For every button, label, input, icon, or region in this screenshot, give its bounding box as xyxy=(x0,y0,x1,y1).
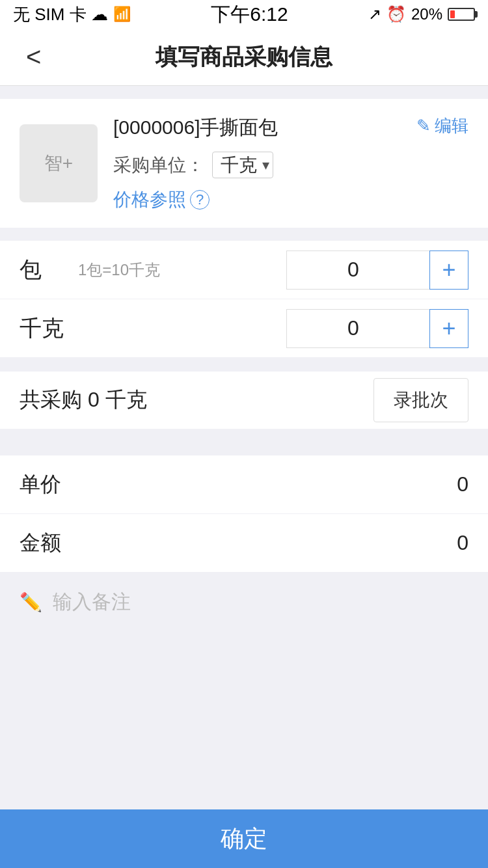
wifi-icon: 📶 xyxy=(113,6,131,23)
back-button[interactable]: < xyxy=(20,36,47,78)
confirm-button[interactable]: 确定 xyxy=(0,809,488,868)
product-name: [0000006]手撕面包 xyxy=(113,115,401,141)
price-ref-button[interactable]: 价格参照 ? xyxy=(113,187,401,212)
status-left: 无 SIM 卡 ☁ 📶 xyxy=(13,3,131,26)
product-unit-row: 采购单位： 千克 包 xyxy=(113,152,401,178)
product-info: [0000006]手撕面包 采购单位： 千克 包 价格参照 ? xyxy=(113,115,401,212)
bao-row: 包 1包=10千克 + xyxy=(0,241,488,299)
status-time: 下午6:12 xyxy=(211,1,288,28)
unit-select[interactable]: 千克 包 xyxy=(212,152,273,178)
kg-plus-button[interactable]: + xyxy=(429,309,468,348)
amount-row: 金额 0 xyxy=(0,514,488,573)
kg-row: 千克 + xyxy=(0,299,488,358)
bao-input[interactable] xyxy=(286,251,429,290)
kg-label: 千克 xyxy=(20,314,72,344)
edit-icon: ✎ xyxy=(416,116,431,136)
price-section: 单价 0 金额 0 xyxy=(0,455,488,573)
bao-plus-button[interactable]: + xyxy=(429,251,468,290)
location-icon: ↗ xyxy=(368,5,381,23)
mid-divider xyxy=(0,429,488,442)
product-right: ✎ 编辑 xyxy=(416,115,468,212)
unit-price-value: 0 xyxy=(457,472,468,496)
battery-icon xyxy=(448,8,475,21)
unit-price-row: 单价 0 xyxy=(0,455,488,514)
nav-bar: < 填写商品采购信息 xyxy=(0,29,488,86)
pencil-icon: ✏️ xyxy=(20,591,42,613)
unit-label: 采购单位： xyxy=(113,153,204,178)
edit-button[interactable]: ✎ 编辑 xyxy=(416,115,468,137)
help-icon: ? xyxy=(190,190,210,210)
kg-input[interactable] xyxy=(286,309,429,348)
input-section: 包 1包=10千克 + 千克 + xyxy=(0,241,488,358)
battery-percent: 20% xyxy=(411,5,442,23)
bao-label: 包 xyxy=(20,255,72,285)
status-bar: 无 SIM 卡 ☁ 📶 下午6:12 ↗ ⏰ 20% xyxy=(0,0,488,29)
amount-label: 金额 xyxy=(20,529,61,558)
main-content xyxy=(0,631,488,813)
product-image: 智+ xyxy=(20,124,98,202)
page-title: 填写商品采购信息 xyxy=(156,42,332,72)
top-divider xyxy=(0,86,488,99)
summary-row: 共采购 0 千克 录批次 xyxy=(0,371,488,429)
summary-text: 共采购 0 千克 xyxy=(20,386,147,414)
unit-select-wrapper[interactable]: 千克 包 xyxy=(212,152,273,178)
kg-input-group: + xyxy=(286,309,468,348)
product-card: 智+ [0000006]手撕面包 采购单位： 千克 包 价格参照 ? ✎ 编辑 xyxy=(0,99,488,228)
alarm-icon: ⏰ xyxy=(386,5,406,23)
bao-sublabel: 1包=10千克 xyxy=(78,260,286,280)
remark-section[interactable]: ✏️ 输入备注 xyxy=(0,573,488,631)
remark-placeholder: 输入备注 xyxy=(53,589,131,616)
no-sim-label: 无 SIM 卡 ☁ xyxy=(13,3,108,26)
confirm-label: 确定 xyxy=(221,823,267,855)
unit-price-label: 单价 xyxy=(20,470,61,499)
amount-value: 0 xyxy=(457,531,468,555)
bao-input-group: + xyxy=(286,251,468,290)
status-right: ↗ ⏰ 20% xyxy=(368,5,475,23)
batch-button[interactable]: 录批次 xyxy=(373,378,468,422)
